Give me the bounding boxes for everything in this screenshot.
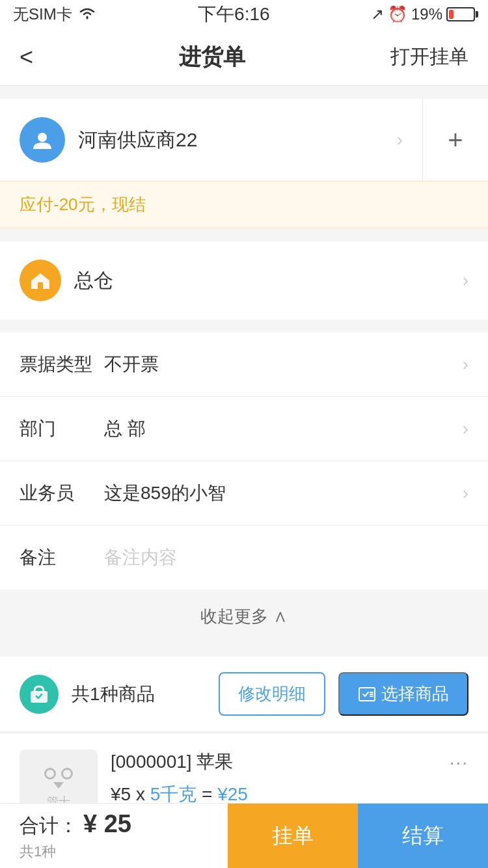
sales-value: 这是859的小智	[104, 481, 456, 506]
checkout-button[interactable]: 结算	[358, 804, 488, 868]
collapse-button[interactable]: 收起更多 ∧	[0, 590, 488, 644]
product-info: [0000001] 苹果 ¥5 x 5千克 = ¥25	[111, 750, 429, 807]
product-icon	[20, 675, 59, 714]
remark-placeholder[interactable]: 备注内容	[104, 545, 468, 570]
status-right: ↗ ⏰ 19%	[371, 5, 475, 23]
price-total: ¥25	[217, 784, 248, 804]
collapse-label: 收起更多 ∧	[200, 605, 287, 628]
warehouse-chevron: ›	[463, 270, 468, 291]
product-name: [0000001] 苹果	[111, 750, 429, 774]
alarm-icon: ⏰	[388, 5, 407, 23]
total-row: 合计： ¥ 25	[20, 810, 208, 839]
invoice-label: 票据类型	[20, 352, 104, 377]
back-button[interactable]: <	[20, 44, 33, 71]
supplier-name: 河南供应商22	[78, 127, 390, 154]
invoice-value: 不开票	[104, 352, 456, 377]
open-hang-button[interactable]: 打开挂单	[390, 44, 468, 70]
dept-label: 部门	[20, 416, 104, 441]
select-product-button[interactable]: 选择商品	[338, 672, 468, 716]
total-label: 合计：	[20, 813, 78, 839]
bottom-bar: 合计： ¥ 25 共1种 挂单 结算	[0, 803, 488, 868]
gap-3	[0, 319, 488, 332]
gap-1	[0, 86, 488, 99]
owl-eyes	[44, 768, 73, 780]
price-unit: ¥5 x	[111, 784, 150, 804]
product-more-button[interactable]: ···	[429, 750, 468, 773]
supplier-row[interactable]: 河南供应商22 ›	[0, 99, 423, 181]
owl-beak	[53, 782, 64, 789]
battery-icon	[446, 7, 475, 21]
gap-4	[0, 644, 488, 657]
status-bar: 无SIM卡 下午6:16 ↗ ⏰ 19%	[0, 0, 488, 29]
wifi-icon	[77, 5, 97, 23]
supplier-avatar	[20, 117, 65, 163]
total-sub: 共1种	[20, 842, 208, 861]
battery-percent: 19%	[411, 5, 442, 23]
supplier-section: 河南供应商22 › +	[0, 99, 488, 181]
sales-label: 业务员	[20, 481, 104, 506]
hang-button[interactable]: 挂单	[228, 804, 358, 868]
page-title: 进货单	[179, 42, 245, 72]
modify-detail-button[interactable]: 修改明细	[219, 672, 325, 716]
warning-text: 应付-20元，现结	[20, 195, 146, 214]
total-section: 合计： ¥ 25 共1种	[0, 804, 228, 868]
thin-gap-1	[0, 731, 488, 733]
status-left: 无SIM卡	[13, 4, 97, 25]
supplier-chevron: ›	[397, 129, 403, 150]
dept-value: 总 部	[104, 416, 456, 441]
total-amount: ¥ 25	[83, 810, 131, 838]
warehouse-icon	[20, 260, 61, 301]
warning-banner: 应付-20元，现结	[0, 181, 488, 228]
remark-row[interactable]: 备注 备注内容	[0, 526, 488, 590]
form-section: 票据类型 不开票 › 部门 总 部 › 业务员 这是859的小智 › 备注 备注…	[0, 332, 488, 590]
sales-chevron: ›	[463, 483, 468, 504]
svg-rect-1	[38, 282, 43, 289]
sales-row[interactable]: 业务员 这是859的小智 ›	[0, 461, 488, 526]
remark-label: 备注	[20, 545, 104, 570]
price-eq: =	[202, 784, 217, 804]
product-count: 共1种商品	[72, 682, 206, 707]
gap-2	[0, 228, 488, 241]
add-supplier-button[interactable]: +	[423, 107, 488, 173]
dept-row[interactable]: 部门 总 部 ›	[0, 397, 488, 461]
price-qty: 5千克	[150, 784, 197, 804]
owl-left-eye	[44, 768, 56, 780]
warehouse-name: 总仓	[74, 267, 456, 294]
status-time: 下午6:16	[198, 2, 270, 27]
dept-chevron: ›	[463, 418, 468, 439]
owl-right-eye	[61, 768, 73, 780]
select-btn-label: 选择商品	[381, 683, 449, 705]
invoice-chevron: ›	[463, 354, 468, 375]
svg-point-0	[38, 133, 47, 142]
product-header: 共1种商品 修改明细 选择商品	[0, 657, 488, 731]
invoice-row[interactable]: 票据类型 不开票 ›	[0, 332, 488, 397]
carrier-label: 无SIM卡	[13, 4, 72, 25]
warehouse-row[interactable]: 总仓 ›	[0, 241, 488, 319]
location-icon: ↗	[371, 5, 384, 23]
nav-bar: < 进货单 打开挂单	[0, 29, 488, 86]
product-code: [0000001] 苹果	[111, 752, 233, 772]
